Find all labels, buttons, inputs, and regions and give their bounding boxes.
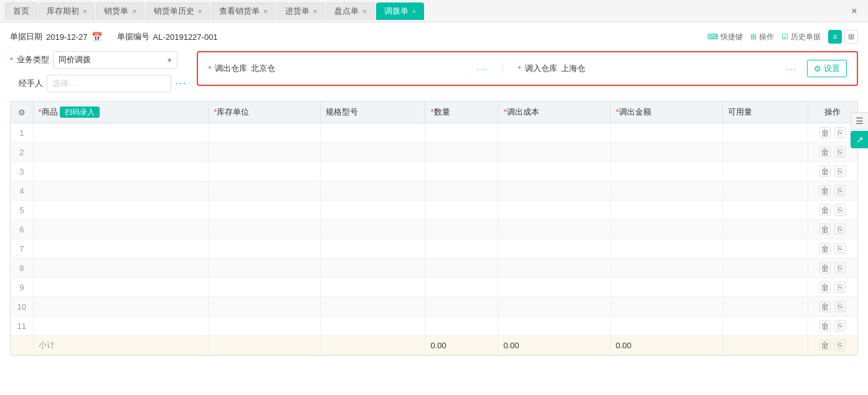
row-1-unit[interactable] <box>209 123 321 143</box>
tab-transfer-close[interactable]: × <box>412 7 416 15</box>
delete-icon-8[interactable]: 🗑 <box>819 262 831 274</box>
copy-icon-2[interactable]: ⎘ <box>834 146 846 158</box>
row-9-product[interactable] <box>33 278 209 297</box>
copy-icon-9[interactable]: ⎘ <box>834 282 846 293</box>
row-4-product[interactable] <box>33 181 209 201</box>
shortcuts-btn[interactable]: ⌨ 快捷键 <box>707 32 743 42</box>
tab-stocktake[interactable]: 盘点单 × <box>326 2 374 20</box>
transfer-out-value[interactable]: 北京仓 <box>251 63 473 74</box>
row-2-cost[interactable] <box>498 143 610 162</box>
row-3-product[interactable] <box>33 162 209 181</box>
row-9-cost[interactable] <box>498 278 610 297</box>
tab-sales-order[interactable]: 销货单 × <box>96 2 144 20</box>
subtotal-copy-icon[interactable]: ⎘ <box>834 340 846 351</box>
row-6-amount[interactable] <box>610 220 722 239</box>
handler-more-icon[interactable]: ··· <box>175 78 187 89</box>
tab-sales-order-close[interactable]: × <box>132 7 136 15</box>
row-4-unit[interactable] <box>209 181 321 201</box>
subtotal-delete-icon[interactable]: 🗑 <box>819 340 831 351</box>
copy-icon-11[interactable]: ⎘ <box>834 320 846 331</box>
row-1-amount[interactable] <box>610 123 722 143</box>
row-10-product[interactable] <box>33 297 209 316</box>
row-4-qty[interactable] <box>425 181 498 201</box>
row-5-qty[interactable] <box>425 201 498 220</box>
row-2-product[interactable] <box>33 143 209 162</box>
delete-icon-4[interactable]: 🗑 <box>819 185 831 196</box>
transfer-in-more-icon[interactable]: ··· <box>786 64 797 74</box>
row-2-qty[interactable] <box>425 143 498 162</box>
layout-grid-btn[interactable]: ⊞ <box>844 30 858 44</box>
calendar-icon[interactable]: 📅 <box>92 32 102 42</box>
row-8-unit[interactable] <box>209 259 321 278</box>
row-2-unit[interactable] <box>209 143 321 162</box>
float-list-btn[interactable]: ☰ <box>851 112 868 130</box>
scan-btn[interactable]: 扫码录入 <box>60 107 100 118</box>
delete-icon-3[interactable]: 🗑 <box>819 166 831 177</box>
copy-icon-4[interactable]: ⎘ <box>834 185 846 196</box>
operations-btn[interactable]: ⊞ 操作 <box>750 32 774 42</box>
row-7-amount[interactable] <box>610 239 722 259</box>
row-7-qty[interactable] <box>425 239 498 259</box>
delete-icon-2[interactable]: 🗑 <box>819 146 831 158</box>
tab-view-sales-close[interactable]: × <box>263 7 267 15</box>
row-5-product[interactable] <box>33 201 209 220</box>
row-9-amount[interactable] <box>610 278 722 297</box>
row-8-amount[interactable] <box>610 259 722 278</box>
layout-list-btn[interactable]: ≡ <box>828 30 842 44</box>
tab-home[interactable]: 首页 <box>5 2 37 20</box>
row-11-amount[interactable] <box>610 316 722 336</box>
table-gear-header[interactable]: ⚙ <box>11 102 33 123</box>
date-value[interactable]: 2019-12-27 <box>46 32 88 42</box>
delete-icon-10[interactable]: 🗑 <box>819 301 831 312</box>
row-6-unit[interactable] <box>209 220 321 239</box>
row-11-product[interactable] <box>33 316 209 336</box>
row-11-cost[interactable] <box>498 316 610 336</box>
copy-icon-6[interactable]: ⎘ <box>834 224 846 235</box>
tab-purchase-close[interactable]: × <box>313 7 317 15</box>
row-4-amount[interactable] <box>610 181 722 201</box>
transfer-out-more-icon[interactable]: ··· <box>477 64 488 74</box>
tab-inventory-init[interactable]: 库存期初 × <box>39 2 95 20</box>
tab-view-sales[interactable]: 查看销货单 × <box>211 2 275 20</box>
row-7-cost[interactable] <box>498 239 610 259</box>
row-5-unit[interactable] <box>209 201 321 220</box>
copy-icon-10[interactable]: ⎘ <box>834 301 846 312</box>
delete-icon-7[interactable]: 🗑 <box>819 243 831 254</box>
row-9-qty[interactable] <box>425 278 498 297</box>
row-6-product[interactable] <box>33 220 209 239</box>
row-3-cost[interactable] <box>498 162 610 181</box>
row-1-qty[interactable] <box>425 123 498 143</box>
delete-icon-1[interactable]: 🗑 <box>819 127 831 138</box>
handler-select[interactable]: 选择... <box>47 75 171 92</box>
row-10-amount[interactable] <box>610 297 722 316</box>
business-type-select[interactable]: 同价调拨 ▾ <box>53 51 177 69</box>
row-4-cost[interactable] <box>498 181 610 201</box>
delete-icon-5[interactable]: 🗑 <box>819 204 831 216</box>
tab-sales-history-close[interactable]: × <box>198 7 202 15</box>
row-3-amount[interactable] <box>610 162 722 181</box>
copy-icon-7[interactable]: ⎘ <box>834 243 846 254</box>
copy-icon-3[interactable]: ⎘ <box>834 166 846 177</box>
row-2-amount[interactable] <box>610 143 722 162</box>
delete-icon-9[interactable]: 🗑 <box>819 282 831 293</box>
row-10-qty[interactable] <box>425 297 498 316</box>
row-7-unit[interactable] <box>209 239 321 259</box>
settings-button[interactable]: ⚙ 设置 <box>807 60 847 77</box>
row-8-cost[interactable] <box>498 259 610 278</box>
float-expand-btn[interactable]: ↗ <box>851 131 868 148</box>
tab-sales-history[interactable]: 销货单历史 × <box>146 2 210 20</box>
row-10-unit[interactable] <box>209 297 321 316</box>
window-close-button[interactable]: × <box>846 2 863 20</box>
transfer-in-value[interactable]: 上海仓 <box>561 63 783 74</box>
history-btn[interactable]: ☑ 历史单据 <box>781 32 821 42</box>
delete-icon-11[interactable]: 🗑 <box>819 320 831 331</box>
row-7-product[interactable] <box>33 239 209 259</box>
row-3-unit[interactable] <box>209 162 321 181</box>
row-10-cost[interactable] <box>498 297 610 316</box>
row-5-amount[interactable] <box>610 201 722 220</box>
row-1-product[interactable] <box>33 123 209 143</box>
row-11-qty[interactable] <box>425 316 498 336</box>
row-1-cost[interactable] <box>498 123 610 143</box>
tab-inventory-init-close[interactable]: × <box>83 7 87 15</box>
row-8-product[interactable] <box>33 259 209 278</box>
